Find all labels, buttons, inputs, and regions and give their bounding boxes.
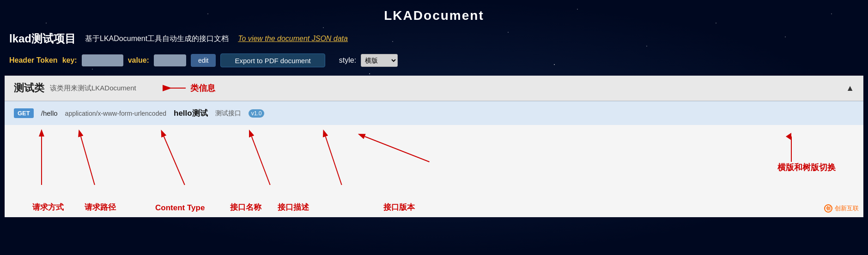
style-label: style:	[339, 56, 356, 65]
view-json-link[interactable]: To view the document JSON data	[238, 35, 348, 43]
page-header: LKADocument	[0, 0, 868, 28]
annotation-api-version: 接口版本	[383, 202, 415, 213]
watermark-text: 创新互联	[835, 204, 859, 213]
method-badge: GET	[14, 108, 34, 118]
annotation-style-switch-label: 横版和树版切换	[777, 163, 836, 172]
api-path: /hello	[41, 109, 58, 117]
class-info-label: 类信息	[190, 83, 215, 94]
class-name: 测试类	[14, 81, 44, 95]
api-version-badge: v1.0	[249, 109, 265, 118]
main-content: 测试类 该类用来测试LKADocument 类信息 ▲ GET /hell	[5, 76, 863, 217]
page-title: LKADocument	[384, 8, 484, 23]
token-row: Header Token key: value: edit Export to …	[0, 50, 868, 71]
class-desc: 该类用来测试LKADocument	[50, 84, 136, 93]
svg-line-9	[365, 136, 430, 162]
annotation-style-switch: 横版和树版切换	[777, 134, 836, 173]
api-row: GET /hello application/x-www-form-urlenc…	[5, 101, 863, 125]
token-header-label: Header Token	[9, 56, 58, 65]
svg-line-8	[326, 136, 342, 185]
annotation-api-desc: 接口描述	[278, 202, 309, 213]
collapse-button[interactable]: ▲	[846, 83, 854, 93]
project-name: lkad测试项目	[9, 31, 76, 46]
logo-icon: 创	[824, 204, 832, 213]
token-key-input[interactable]	[82, 54, 123, 66]
class-header: 测试类 该类用来测试LKADocument 类信息 ▲	[5, 76, 863, 101]
annotation-api-name: 接口名称	[230, 202, 261, 213]
sub-header: lkad测试项目 基于LKADocument工具自动生成的接口文档 To vie…	[0, 28, 868, 50]
watermark: 创 创新互联	[824, 204, 859, 213]
style-select[interactable]: 横版 树版	[361, 54, 398, 67]
page-wrapper: LKADocument lkad测试项目 基于LKADocument工具自动生成…	[0, 0, 868, 217]
api-name: hello测试	[174, 108, 208, 119]
annotation-content-type: Content Type	[155, 203, 205, 213]
token-value-input[interactable]	[154, 54, 186, 66]
svg-line-6	[164, 136, 185, 185]
annotation-request-path: 请求路径	[85, 202, 116, 213]
class-info-annotation: 类信息	[160, 83, 215, 94]
annotation-request-method: 请求方式	[32, 202, 64, 213]
api-desc: 测试接口	[215, 109, 241, 118]
api-content-type: application/x-www-form-urlencoded	[65, 110, 166, 117]
project-desc: 基于LKADocument工具自动生成的接口文档	[85, 34, 229, 44]
svg-line-5	[81, 136, 95, 185]
token-key-label: key:	[62, 56, 77, 65]
svg-line-7	[252, 136, 270, 185]
export-pdf-button[interactable]: Export to PDF document	[220, 53, 325, 67]
annotations-area: 请求方式 请求路径 Content Type 接口名称 接口描述 接口版本	[5, 125, 863, 217]
token-value-label: value:	[128, 56, 149, 65]
edit-button[interactable]: edit	[191, 54, 216, 67]
